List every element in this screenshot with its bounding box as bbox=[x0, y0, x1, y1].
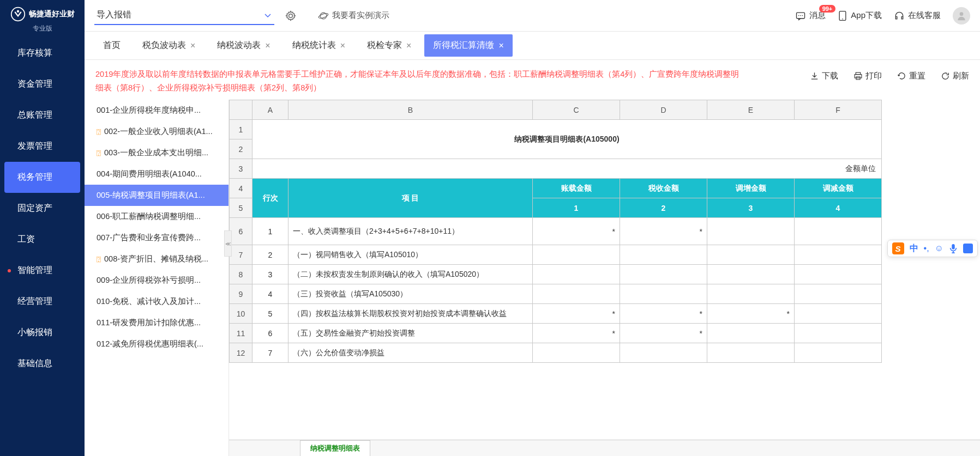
demo-link[interactable]: 我要看实例演示 bbox=[318, 10, 389, 21]
cell-c[interactable]: * bbox=[533, 218, 620, 245]
cell-e[interactable] bbox=[707, 265, 795, 284]
sidebar-item-10[interactable]: 基础信息 bbox=[0, 348, 85, 379]
cell-num[interactable]: 1 bbox=[252, 218, 288, 245]
tree-item-1[interactable]: ⍰002-一般企业收入明细表(A1... bbox=[85, 121, 229, 142]
messages-button[interactable]: 消息 99+ bbox=[795, 10, 826, 21]
tab-3[interactable]: 纳税统计表× bbox=[284, 34, 354, 57]
tab-close-icon[interactable]: × bbox=[190, 41, 195, 51]
cell-item[interactable]: （三）投资收益（填写A105030） bbox=[288, 284, 533, 304]
cell-num[interactable]: 5 bbox=[252, 304, 288, 324]
table-row: 61一、收入类调整项目（2+3+4+5+6+7+8+10+11）** bbox=[230, 218, 882, 245]
sidebar-item-6[interactable]: 工资 bbox=[0, 224, 85, 255]
cell-num[interactable]: 6 bbox=[252, 324, 288, 343]
tab-4[interactable]: 税检专家× bbox=[358, 34, 420, 57]
cell-c[interactable]: * bbox=[533, 304, 620, 324]
ime-keyboard-icon[interactable] bbox=[963, 244, 973, 253]
cell-num[interactable]: 7 bbox=[252, 343, 288, 363]
sidebar-item-2[interactable]: 总账管理 bbox=[0, 100, 85, 131]
cell-f[interactable] bbox=[795, 304, 882, 324]
cell-f[interactable] bbox=[795, 218, 882, 245]
tab-1[interactable]: 税负波动表× bbox=[134, 34, 204, 57]
tab-close-icon[interactable]: × bbox=[340, 41, 345, 51]
cell-e[interactable] bbox=[707, 343, 795, 363]
cell-item[interactable]: （四）按权益法核算长期股权投资对初始投资成本调整确认收益 bbox=[288, 304, 533, 324]
tree-item-6[interactable]: 007-广告费和业务宣传费跨... bbox=[85, 227, 229, 248]
cell-f[interactable] bbox=[795, 245, 882, 265]
tree-item-9[interactable]: 010-免税、减计收入及加计... bbox=[85, 291, 229, 312]
tree-item-11[interactable]: 012-减免所得税优惠明细表(... bbox=[85, 333, 229, 355]
collapse-handle[interactable]: ≪ bbox=[224, 230, 232, 257]
cell-e[interactable] bbox=[707, 284, 795, 304]
sidebar-item-9[interactable]: 小畅报销 bbox=[0, 317, 85, 348]
cell-e[interactable]: * bbox=[707, 304, 795, 324]
import-error-dropdown[interactable]: 导入报错 bbox=[94, 6, 274, 25]
cell-f[interactable] bbox=[795, 265, 882, 284]
tab-close-icon[interactable]: × bbox=[498, 41, 503, 51]
cell-item[interactable]: （一）视同销售收入（填写A105010） bbox=[288, 245, 533, 265]
tree-item-10[interactable]: 011-研发费用加计扣除优惠... bbox=[85, 312, 229, 333]
user-avatar[interactable] bbox=[953, 7, 970, 25]
tab-0[interactable]: 首页 bbox=[94, 34, 129, 57]
cell-f[interactable] bbox=[795, 343, 882, 363]
cell-f[interactable] bbox=[795, 324, 882, 343]
customer-service-button[interactable]: 在线客服 bbox=[894, 10, 941, 21]
cell-num[interactable]: 4 bbox=[252, 284, 288, 304]
cell-d[interactable] bbox=[620, 343, 707, 363]
cell-d[interactable] bbox=[620, 245, 707, 265]
sidebar-item-8[interactable]: 经营管理 bbox=[0, 286, 85, 317]
sheet-tab[interactable]: 纳税调整明细表 bbox=[300, 440, 370, 456]
sidebar-item-4[interactable]: 税务管理 bbox=[4, 162, 80, 193]
cell-item[interactable]: （五）交易性金融资产初始投资调整 bbox=[288, 324, 533, 343]
download-button[interactable]: 下载 bbox=[810, 71, 838, 81]
tree-item-2[interactable]: ⍰003-一般企业成本支出明细... bbox=[85, 142, 229, 163]
cell-item[interactable]: 一、收入类调整项目（2+3+4+5+6+7+8+10+11） bbox=[288, 218, 533, 245]
col-header-C: C bbox=[533, 100, 620, 120]
cell-c[interactable] bbox=[533, 265, 620, 284]
cell-f[interactable] bbox=[795, 284, 882, 304]
app-download-button[interactable]: App下载 bbox=[838, 10, 882, 21]
tab-close-icon[interactable]: × bbox=[406, 41, 411, 51]
ime-punct-icon[interactable]: •, bbox=[924, 244, 929, 253]
cell-d[interactable]: * bbox=[620, 218, 707, 245]
sidebar-item-3[interactable]: 发票管理 bbox=[0, 131, 85, 162]
cell-e[interactable] bbox=[707, 324, 795, 343]
row-header: 6 bbox=[230, 218, 252, 245]
cell-item[interactable]: （六）公允价值变动净损益 bbox=[288, 343, 533, 363]
tree-item-3[interactable]: 004-期间费用明细表(A1040... bbox=[85, 163, 229, 185]
tree-item-5[interactable]: 006-职工薪酬纳税调整明细... bbox=[85, 206, 229, 227]
cell-item[interactable]: （二）未按权责发生制原则确认的收入（填写A105020） bbox=[288, 265, 533, 284]
ime-toolbar[interactable]: S 中 •, ☺ bbox=[887, 240, 978, 257]
refresh-button[interactable]: 刷新 bbox=[941, 71, 969, 81]
cell-d[interactable] bbox=[620, 284, 707, 304]
cell-d[interactable]: * bbox=[620, 304, 707, 324]
cell-num[interactable]: 2 bbox=[252, 245, 288, 265]
sidebar-item-5[interactable]: 固定资产 bbox=[0, 193, 85, 224]
edition-label: 专业版 bbox=[33, 24, 52, 33]
cell-c[interactable] bbox=[533, 343, 620, 363]
download-icon bbox=[810, 71, 819, 81]
cell-e[interactable] bbox=[707, 245, 795, 265]
cell-e[interactable] bbox=[707, 218, 795, 245]
sidebar-item-7[interactable]: 智能管理 bbox=[0, 255, 85, 286]
cell-c[interactable] bbox=[533, 245, 620, 265]
tab-5[interactable]: 所得税汇算清缴× bbox=[424, 34, 512, 57]
cell-d[interactable] bbox=[620, 265, 707, 284]
settings-icon[interactable] bbox=[285, 10, 296, 21]
sidebar-item-0[interactable]: 库存核算 bbox=[0, 38, 85, 69]
cell-c[interactable]: * bbox=[533, 324, 620, 343]
tab-2[interactable]: 纳税波动表× bbox=[208, 34, 279, 57]
tree-item-7[interactable]: ⍰008-资产折旧、摊销及纳税... bbox=[85, 248, 229, 270]
cell-num[interactable]: 3 bbox=[252, 265, 288, 284]
tree-item-4[interactable]: 005-纳税调整项目明细表(A1... bbox=[85, 185, 229, 206]
cell-c[interactable] bbox=[533, 284, 620, 304]
cell-d[interactable]: * bbox=[620, 324, 707, 343]
sidebar-item-1[interactable]: 资金管理 bbox=[0, 69, 85, 100]
reset-button[interactable]: 重置 bbox=[897, 71, 925, 81]
tab-close-icon[interactable]: × bbox=[265, 41, 270, 51]
print-button[interactable]: 打印 bbox=[853, 71, 882, 81]
tree-item-8[interactable]: 009-企业所得税弥补亏损明... bbox=[85, 270, 229, 291]
ime-mic-icon[interactable] bbox=[949, 244, 958, 253]
tree-item-0[interactable]: 001-企业所得税年度纳税申... bbox=[85, 100, 229, 121]
ime-lang[interactable]: 中 bbox=[910, 243, 918, 254]
ime-emoji-icon[interactable]: ☺ bbox=[935, 244, 943, 253]
